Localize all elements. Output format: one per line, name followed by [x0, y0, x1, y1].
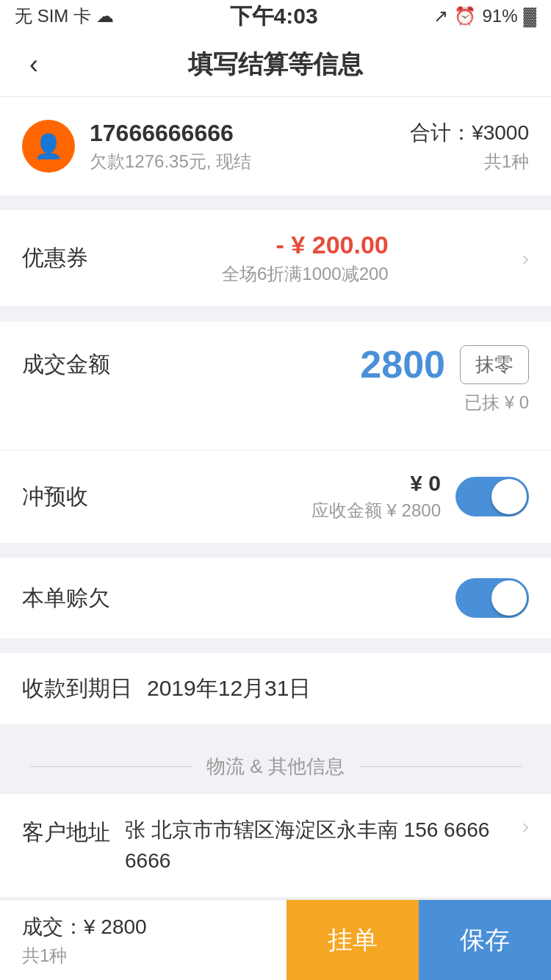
coupon-right: - ¥ 200.00 全场6折满1000减200	[222, 231, 389, 286]
main-content: 👤 17666666666 欠款1276.35元, 现结 合计：¥3000 共1…	[0, 97, 551, 980]
debt-label: 本单赊欠	[22, 583, 110, 613]
address-section[interactable]: 客户地址 张 北京市市辖区海淀区永丰南 156 6666 6666 ›	[0, 794, 551, 897]
customer-total: 合计：¥3000 共1种	[410, 119, 529, 173]
chevron-right-icon: ›	[522, 247, 529, 270]
status-time: 下午4:03	[230, 1, 318, 32]
sim-text: 无 SIM 卡 ☁	[15, 4, 114, 28]
duedate-label: 收款到期日	[22, 674, 132, 704]
bottom-amount: ¥ 2800	[84, 915, 147, 938]
total-label: 合计：¥3000	[410, 119, 529, 147]
coupon-desc: 全场6折满1000减200	[222, 262, 389, 286]
advance-label: 冲预收	[22, 482, 88, 512]
advance-toggle[interactable]	[455, 477, 529, 516]
total-amount-text: ¥3000	[472, 121, 529, 144]
avatar: 👤	[22, 120, 75, 173]
debt-section: 本单赊欠	[0, 558, 551, 638]
save-button[interactable]: 保存	[419, 900, 551, 981]
customer-sub: 欠款1276.35元, 现结	[90, 150, 251, 173]
pending-button[interactable]: 挂单	[287, 900, 419, 981]
bottom-bar: 成交：¥ 2800 共1种 挂单 保存	[0, 899, 551, 980]
location-icon: ↗	[433, 6, 448, 26]
bottom-title-label: 成交：	[22, 915, 84, 938]
battery-text: 91%	[482, 6, 517, 26]
duedate-section: 收款到期日 2019年12月31日	[0, 653, 551, 724]
total-label-text: 合计：	[410, 121, 472, 144]
address-label: 客户地址	[22, 815, 110, 848]
advance-amount: ¥ 0	[311, 471, 441, 496]
duedate-value: 2019年12月31日	[147, 674, 311, 704]
transaction-label: 成交金额	[22, 350, 110, 380]
divider-text: 物流 & 其他信息	[192, 754, 359, 779]
amount-row: 成交金额 2800 抹零	[22, 342, 529, 386]
coupon-row[interactable]: 优惠券 - ¥ 200.00 全场6折满1000减200 ›	[0, 210, 551, 307]
nav-bar: ‹ 填写结算等信息	[0, 32, 551, 97]
round-zero-button[interactable]: 抹零	[460, 345, 529, 384]
bottom-info: 成交：¥ 2800 共1种	[0, 913, 287, 968]
customer-left: 👤 17666666666 欠款1276.35元, 现结	[22, 120, 251, 173]
advance-section: 冲预收 ¥ 0 应收金额 ¥ 2800	[0, 450, 551, 543]
address-chevron-icon: ›	[522, 815, 529, 838]
debt-toggle[interactable]	[455, 578, 529, 618]
bottom-title-row: 成交：¥ 2800	[22, 913, 264, 941]
status-bar: 无 SIM 卡 ☁ 下午4:03 ↗ ⏰ 91% ▓	[0, 0, 551, 32]
advance-row: 冲预收 ¥ 0 应收金额 ¥ 2800	[22, 471, 529, 522]
advance-right: ¥ 0 应收金额 ¥ 2800	[311, 471, 529, 522]
coupon-label: 优惠券	[22, 243, 88, 273]
alarm-icon: ⏰	[454, 6, 476, 26]
divider-line-right	[359, 766, 522, 767]
divider-line-left	[29, 766, 192, 767]
customer-phone: 17666666666	[90, 120, 251, 147]
transaction-section: 成交金额 2800 抹零 已抹 ¥ 0	[0, 322, 551, 435]
transaction-sub: 已抹 ¥ 0	[22, 391, 529, 414]
battery-icon: ▓	[523, 6, 536, 26]
duedate-row: 收款到期日 2019年12月31日	[22, 674, 529, 704]
advance-sub: 应收金额 ¥ 2800	[311, 499, 441, 522]
customer-info-card: 👤 17666666666 欠款1276.35元, 现结 合计：¥3000 共1…	[0, 97, 551, 195]
amount-right: 2800 抹零	[360, 342, 529, 386]
bottom-count: 共1种	[22, 944, 264, 968]
address-value: 张 北京市市辖区海淀区永丰南 156 6666 6666	[125, 815, 522, 876]
status-right: ↗ ⏰ 91% ▓	[433, 6, 536, 26]
section-divider: 物流 & 其他信息	[0, 739, 551, 794]
transaction-value: 2800	[360, 342, 445, 386]
page-title: 填写结算等信息	[188, 48, 363, 82]
total-count: 共1种	[410, 150, 529, 173]
amount-advance-card: 成交金额 2800 抹零 已抹 ¥ 0 冲预收 ¥ 0 应收金额 ¥ 2800	[0, 322, 551, 543]
back-button[interactable]: ‹	[22, 42, 46, 87]
coupon-amount: - ¥ 200.00	[222, 231, 389, 259]
customer-details: 17666666666 欠款1276.35元, 现结	[90, 120, 251, 173]
coupon-card: 优惠券 - ¥ 200.00 全场6折满1000减200 ›	[0, 210, 551, 307]
status-left: 无 SIM 卡 ☁	[15, 4, 114, 28]
